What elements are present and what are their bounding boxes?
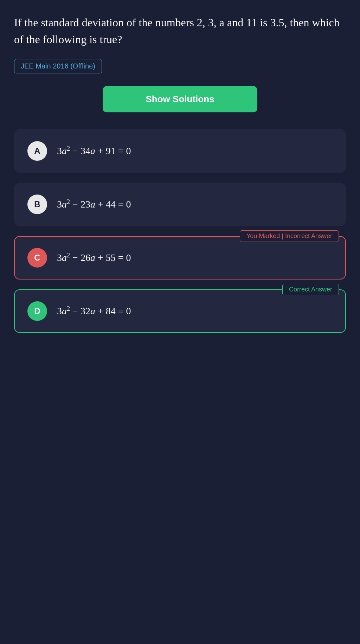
option-text-c: 3a2 − 26a + 55 = 0 <box>57 252 131 263</box>
option-badge-a: A <box>27 141 47 161</box>
option-text-d: 3a2 − 32a + 84 = 0 <box>57 305 131 317</box>
option-card-a[interactable]: A 3a2 − 34a + 91 = 0 <box>14 129 346 173</box>
question-tag: JEE Main 2016 (Offline) <box>14 59 102 73</box>
option-wrapper-d: Correct Answer D 3a2 − 32a + 84 = 0 <box>14 289 346 333</box>
option-card-c[interactable]: C 3a2 − 26a + 55 = 0 <box>14 236 346 280</box>
option-wrapper-b: B 3a2 − 23a + 44 = 0 <box>14 183 346 226</box>
question-text: If the standard deviation of the numbers… <box>14 14 346 48</box>
options-list: A 3a2 − 34a + 91 = 0 B 3a2 − 23a + 44 = … <box>14 129 346 333</box>
option-wrapper-c: You Marked | Incorrect Answer C 3a2 − 26… <box>14 236 346 280</box>
option-text-b: 3a2 − 23a + 44 = 0 <box>57 198 131 210</box>
status-label-c: You Marked | Incorrect Answer <box>240 230 339 242</box>
option-text-a: 3a2 − 34a + 91 = 0 <box>57 145 131 157</box>
option-wrapper-a: A 3a2 − 34a + 91 = 0 <box>14 129 346 173</box>
show-solutions-button[interactable]: Show Solutions <box>103 86 257 112</box>
option-card-b[interactable]: B 3a2 − 23a + 44 = 0 <box>14 183 346 226</box>
option-badge-c: C <box>27 248 47 268</box>
option-card-d[interactable]: D 3a2 − 32a + 84 = 0 <box>14 289 346 333</box>
option-badge-b: B <box>27 195 47 214</box>
status-label-d: Correct Answer <box>282 284 339 295</box>
option-badge-d: D <box>27 301 47 321</box>
